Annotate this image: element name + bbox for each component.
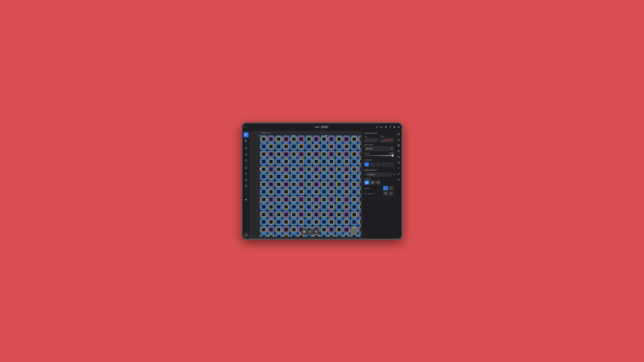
top-bar-center: obd 39.3%: [315, 125, 329, 129]
blend-mode-chevron: ▾: [391, 147, 392, 150]
appearance-title: APPEARANCE: [364, 132, 394, 134]
settings-icon[interactable]: ⚙: [393, 125, 396, 129]
grid-type-grid-btn[interactable]: [364, 180, 369, 185]
grid-height-group: ⊟: [393, 172, 396, 176]
direct-select-tool[interactable]: [243, 138, 249, 143]
svg-rect-43: [377, 182, 379, 182]
stroke-section: STROKE — - - ..: [362, 158, 396, 168]
grid-type-label: Grid type: [364, 178, 394, 180]
stroke-dotted-btn[interactable]: ..: [376, 162, 380, 166]
path-icon[interactable]: [396, 172, 401, 176]
pencil-tool[interactable]: [243, 152, 249, 157]
svg-rect-41: [372, 182, 372, 184]
fill-swatch[interactable]: [364, 138, 378, 142]
help-icon[interactable]: ?: [389, 125, 391, 129]
floating-circle-handle[interactable]: [350, 228, 358, 235]
fx-icon[interactable]: [396, 137, 401, 142]
svg-rect-51: [385, 194, 386, 195]
canvas-grid-btn[interactable]: [301, 229, 307, 234]
svg-rect-44: [377, 183, 379, 184]
svg-point-68: [398, 179, 399, 180]
toolbar-separator-1: [244, 144, 248, 145]
stroke-color-preview[interactable]: [244, 233, 248, 237]
grid-type-buttons: [364, 180, 394, 185]
grid-width-icon: ⊞: [364, 173, 366, 176]
artboard[interactable]: + + + +: [260, 135, 361, 237]
svg-rect-46: [386, 188, 386, 189]
align-distribute-icon[interactable]: [396, 149, 401, 153]
canvas-layers-btn[interactable]: [313, 229, 319, 234]
svg-rect-63: [399, 157, 400, 158]
image-trace-icon[interactable]: [396, 143, 401, 148]
back-button[interactable]: ‹: [244, 125, 246, 129]
grid-type-row-btn[interactable]: [376, 180, 381, 185]
zoom-level: 39.3%: [322, 126, 328, 128]
flip-row-buttons: [383, 186, 394, 190]
flip-row-btn-2[interactable]: [389, 186, 394, 190]
svg-point-65: [398, 162, 399, 163]
stroke-solid-btn[interactable]: —: [364, 162, 369, 166]
grid-type-col-btn[interactable]: [370, 180, 375, 185]
image-tool[interactable]: [243, 183, 249, 189]
grid-width-input[interactable]: [366, 172, 392, 176]
flip-row-row: Flip row: [364, 186, 394, 190]
stroke-width-input[interactable]: [381, 162, 394, 166]
eraser-tool[interactable]: [243, 158, 249, 163]
svg-rect-42: [373, 182, 374, 184]
opacity-slider[interactable]: [364, 155, 394, 156]
stroke-dashed-btn[interactable]: - -: [370, 162, 375, 166]
canvas-area[interactable]: Artboard 1: [250, 131, 362, 239]
fill-item: Fill: [364, 136, 378, 142]
svg-rect-31: [304, 231, 306, 232]
opacity-value: 100%: [389, 152, 394, 154]
minus-tool[interactable]: −: [243, 191, 249, 196]
flip-col-btn-1[interactable]: [383, 191, 388, 196]
toolbar-separator-3: [244, 190, 248, 190]
align-tool[interactable]: [243, 197, 249, 202]
text-tool[interactable]: T: [243, 171, 249, 177]
top-bar: ‹ obd 39.3% ↩ ↪ ⬆ ? ⚙ ●: [242, 123, 402, 131]
type-icon[interactable]: T: [396, 166, 401, 171]
canvas-list-btn[interactable]: [307, 229, 313, 234]
layers-icon[interactable]: [396, 132, 401, 136]
appearance-section: APPEARANCE Fill Stroke: [362, 131, 396, 158]
svg-rect-50: [385, 193, 386, 193]
select-tool[interactable]: [243, 132, 249, 137]
undo-icon[interactable]: ↩: [376, 125, 378, 129]
svg-rect-40: [367, 183, 368, 184]
right-panel: APPEARANCE Fill Stroke: [362, 131, 396, 239]
svg-point-58: [398, 145, 399, 146]
flip-column-row: Flip column: [364, 191, 394, 196]
svg-rect-2: [245, 179, 247, 181]
svg-rect-39: [366, 183, 366, 184]
svg-rect-30: [303, 231, 304, 232]
profile-icon[interactable]: ●: [398, 125, 400, 129]
svg-line-7: [245, 234, 247, 236]
export-icon[interactable]: [396, 160, 401, 165]
svg-rect-32: [303, 232, 304, 233]
share-icon[interactable]: ⬆: [385, 125, 387, 129]
blend-mode-select[interactable]: Normal ▾: [364, 146, 394, 151]
stroke-swatch[interactable]: [380, 138, 394, 142]
settings-panel-icon[interactable]: [396, 177, 401, 182]
transform-icon[interactable]: [396, 155, 401, 159]
stroke-indicator: [381, 139, 392, 141]
zoom-badge[interactable]: 39.3%: [320, 125, 329, 129]
svg-rect-21: [260, 135, 361, 237]
grid-repeat-title: GRID REPEAT: [364, 169, 394, 171]
flip-col-btn-2[interactable]: [389, 191, 394, 196]
pen-tool[interactable]: [243, 146, 249, 151]
svg-rect-57: [398, 144, 400, 146]
left-toolbar: T −: [242, 131, 250, 239]
svg-rect-45: [384, 188, 386, 189]
stroke-item: Stroke: [380, 136, 394, 142]
flip-row-btn-1[interactable]: [383, 186, 388, 190]
redo-icon[interactable]: ↪: [380, 125, 382, 129]
artboard-label: Artboard 1: [261, 132, 270, 134]
stroke-label: Stroke: [380, 136, 394, 137]
crop-tool[interactable]: [243, 177, 249, 183]
ellipse-tool[interactable]: [243, 165, 249, 171]
svg-rect-37: [366, 182, 366, 182]
opacity-thumb[interactable]: [392, 154, 394, 157]
grid-values-row: ⊞ ⊟: [364, 172, 394, 176]
